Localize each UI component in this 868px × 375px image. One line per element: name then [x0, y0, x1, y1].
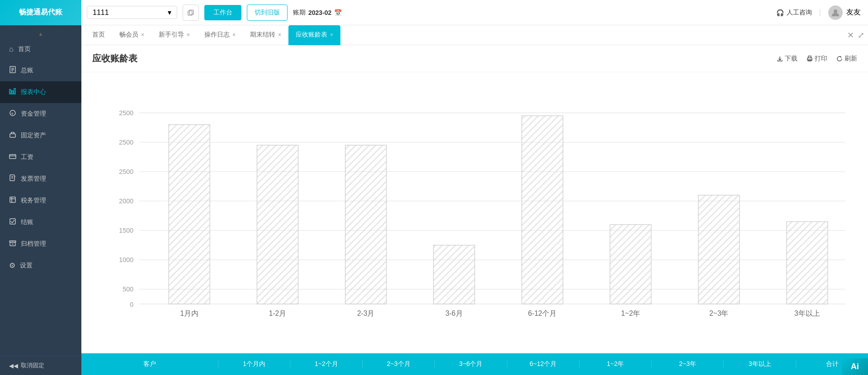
table-header-cell: 3~6个月	[435, 360, 507, 368]
svg-text:500: 500	[123, 286, 133, 293]
svg-text:3-6月: 3-6月	[445, 309, 463, 317]
svg-text:¥: ¥	[11, 112, 14, 116]
page-title: 应收账龄表	[92, 52, 137, 65]
cancel-fixed-button[interactable]: ◀◀ 取消固定	[0, 356, 81, 375]
username: 友友	[846, 8, 861, 17]
svg-rect-22	[10, 219, 15, 224]
svg-text:2-3月: 2-3月	[357, 309, 375, 317]
tab-member[interactable]: 畅会员 ×	[112, 25, 151, 45]
tab-aging-close[interactable]: ×	[330, 32, 333, 38]
expand-button[interactable]: ⤢	[858, 30, 864, 40]
copy-button[interactable]	[183, 5, 199, 21]
sidebar-label-closing: 结账	[21, 218, 33, 226]
switch-version-button[interactable]: 切到旧版	[247, 5, 288, 21]
sidebar-item-tax[interactable]: 税务管理	[0, 190, 81, 211]
logo-text: 畅捷通易代账	[19, 8, 62, 17]
svg-text:3年以上: 3年以上	[794, 309, 820, 317]
svg-rect-53	[522, 116, 563, 304]
closing-icon	[9, 218, 16, 227]
tabs-bar: 首页 畅会员 × 新手引导 × 操作日志 × 期末结转 × 应收账龄表 ×	[81, 25, 868, 45]
tab-aging-label: 应收账龄表	[296, 31, 327, 39]
sidebar-label-settings: 设置	[20, 262, 33, 270]
chart-container: 2500 2500 2500 2000 1500 1000 500 0	[81, 72, 868, 353]
chevron-down-icon: ▾	[168, 8, 171, 17]
svg-text:2500: 2500	[119, 139, 133, 146]
workbench-button[interactable]: 工作台	[204, 5, 241, 20]
sidebar-item-archive[interactable]: 归档管理	[0, 233, 81, 255]
svg-rect-47	[257, 145, 298, 304]
table-header-cell: 2~3个月	[363, 360, 435, 368]
sidebar-item-reports[interactable]: 报表中心	[0, 81, 81, 103]
sidebar-item-home[interactable]: ⌂ 首页	[0, 39, 81, 60]
svg-text:2500: 2500	[119, 168, 133, 175]
svg-text:1000: 1000	[119, 256, 133, 263]
print-button[interactable]: 打印	[807, 55, 827, 63]
tab-home-label: 首页	[92, 31, 105, 39]
content-area: 首页 畅会员 × 新手引导 × 操作日志 × 期末结转 × 应收账龄表 ×	[81, 25, 868, 375]
main-layout: ▲ ⌂ 首页 总账 报表中心	[0, 25, 868, 375]
tab-oplog-close[interactable]: ×	[232, 32, 236, 38]
sidebar-label-tax: 税务管理	[21, 197, 46, 205]
ai-badge[interactable]: Ai	[842, 358, 868, 375]
sidebar-item-assets[interactable]: 固定资产	[0, 125, 81, 146]
tab-guide-label: 新手引导	[159, 31, 184, 39]
archive-icon	[9, 239, 16, 248]
refresh-button[interactable]: 刷新	[836, 55, 857, 63]
download-button[interactable]: 下载	[777, 55, 797, 63]
calendar-icon[interactable]: 📅	[334, 9, 342, 16]
svg-text:1500: 1500	[119, 227, 133, 234]
tab-home[interactable]: 首页	[85, 25, 112, 45]
invoice-icon	[9, 174, 16, 183]
svg-text:2500: 2500	[119, 109, 133, 117]
svg-rect-45	[169, 125, 210, 304]
svg-rect-55	[610, 225, 651, 304]
svg-rect-57	[698, 195, 740, 304]
sidebar-item-funds[interactable]: ¥ 资金管理	[0, 103, 81, 125]
sidebar-item-closing[interactable]: 结账	[0, 211, 81, 233]
print-label: 打印	[815, 55, 827, 63]
ledger-icon	[9, 66, 16, 75]
sidebar-label-invoice: 发票管理	[21, 175, 46, 183]
sidebar-bottom: ◀◀ 取消固定	[0, 356, 81, 375]
aging-chart: 2500 2500 2500 2000 1500 1000 500 0	[92, 72, 857, 353]
svg-text:2~3年: 2~3年	[709, 309, 728, 317]
sidebar-label-ledger: 总账	[21, 66, 33, 75]
sidebar-label-payroll: 工资	[21, 153, 33, 161]
sidebar-item-settings[interactable]: ⚙ 设置	[0, 255, 81, 276]
svg-text:1-2月: 1-2月	[269, 309, 287, 317]
tab-period-end[interactable]: 期末结转 ×	[243, 25, 288, 45]
svg-rect-9	[14, 89, 15, 94]
svg-rect-7	[9, 89, 11, 94]
sidebar-label-home: 首页	[18, 45, 31, 53]
page-header: 应收账龄表 下载 打印	[81, 45, 868, 72]
company-selector[interactable]: 1111 ▾	[87, 6, 177, 19]
svg-text:2000: 2000	[119, 197, 133, 205]
tabs-actions: ✕ ⤢	[847, 30, 864, 40]
sidebar-item-ledger[interactable]: 总账	[0, 60, 81, 81]
sidebar-label-reports: 报表中心	[21, 88, 46, 96]
user-area[interactable]: 友友	[828, 5, 861, 20]
support-label: 人工咨询	[787, 9, 812, 17]
tab-member-close[interactable]: ×	[141, 32, 144, 38]
tab-period-end-close[interactable]: ×	[278, 32, 281, 38]
table-header-bar: 客户1个月内1~2个月2~3个月3~6个月6~12个月1~2年2~3年3年以上合…	[81, 353, 868, 375]
table-header-cell: 3年以上	[724, 360, 796, 368]
tax-icon	[9, 196, 16, 205]
header-right: 🎧 人工咨询 | 友友	[776, 5, 861, 20]
tab-aging[interactable]: 应收账龄表 ×	[288, 25, 340, 45]
tab-oplog[interactable]: 操作日志 ×	[197, 25, 243, 45]
company-name: 1111	[93, 9, 109, 17]
cancel-fixed-label: 取消固定	[21, 361, 44, 370]
sidebar-item-payroll[interactable]: 工资	[0, 146, 81, 168]
sidebar-label-archive: 归档管理	[21, 240, 46, 248]
svg-text:0: 0	[130, 301, 133, 308]
support-button[interactable]: 🎧 人工咨询	[776, 9, 812, 17]
tab-guide-close[interactable]: ×	[187, 32, 190, 38]
pin-icon: ◀◀	[9, 362, 18, 369]
table-header-cell: 1~2个月	[290, 360, 363, 368]
tab-period-end-label: 期末结转	[250, 31, 275, 39]
tab-guide[interactable]: 新手引导 ×	[151, 25, 197, 45]
table-header-cell: 客户	[81, 360, 218, 368]
sidebar-item-invoice[interactable]: 发票管理	[0, 168, 81, 190]
close-tab-button[interactable]: ✕	[847, 30, 854, 40]
